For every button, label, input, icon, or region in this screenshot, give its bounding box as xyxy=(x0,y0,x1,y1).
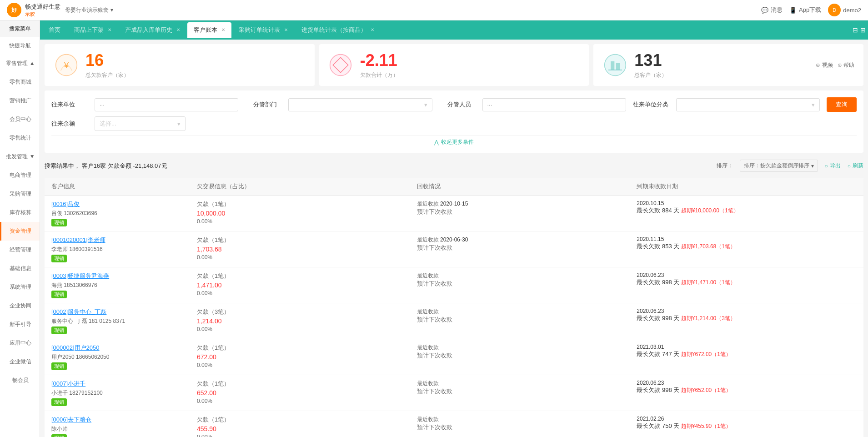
from-balance-select[interactable]: 选择... ▾ xyxy=(95,116,186,131)
from-unit-label: 往来单位 xyxy=(51,100,88,109)
customer-name-6[interactable]: [0006]去下粮仓 xyxy=(51,416,91,423)
page-content: ¥ 16 总欠款客户（家） xyxy=(40,40,868,437)
stat-card-actions: ⊙ 视频 ⊙ 帮助 xyxy=(816,61,854,69)
overdue-link-4[interactable]: 超期¥672.00（1笔） xyxy=(681,351,731,357)
collect-cell-3: 最近收款 预计下次收款 xyxy=(417,308,637,324)
message-icon: 💬 xyxy=(761,7,768,14)
branch-dept-select[interactable]: ▾ xyxy=(288,98,432,111)
debt-cell-5: 欠款（1笔） 652.00 0.00% xyxy=(197,380,417,404)
table-row: [000002]用户2050 用户2050 18665062050 现销 欠款（… xyxy=(45,339,863,375)
customer-name-3[interactable]: [0002]服务中心_丁磊 xyxy=(51,308,106,315)
customer-cell-2: [0003]畅捷服务尹海燕 海燕 18513066976 现销 xyxy=(51,272,197,298)
customer-name-5[interactable]: [0007]小进千 xyxy=(51,380,85,387)
overdue-customers-number: 16 xyxy=(85,51,306,70)
tab-production-history[interactable]: 产成品入库单历史 ✕ xyxy=(119,22,186,38)
stat-info-total-customers: 131 总客户（家） xyxy=(634,51,809,79)
sidebar-item-system[interactable]: 系统管理 xyxy=(0,278,40,296)
tab-purchase-stats[interactable]: 采购订单统计表 ✕ xyxy=(232,22,294,38)
customer-name-2[interactable]: [0003]畅捷服务尹海燕 xyxy=(51,272,109,279)
table-row: [0006]去下粮仓 陈小帅 现销 欠款（1笔） 455.90 0.00% 最近… xyxy=(45,411,863,437)
customer-phone-3: 服务中心_丁磊 181 0125 8371 xyxy=(51,317,197,325)
customer-tag-1: 现销 xyxy=(51,255,67,262)
user-menu[interactable]: D demo2 xyxy=(828,4,861,16)
customer-cell-0: [0016]吕俊 吕俊 13026203696 现销 xyxy=(51,200,197,226)
customer-tag-6: 现销 xyxy=(51,434,67,437)
from-balance-label: 往来余额 xyxy=(51,120,88,128)
tab-home[interactable]: 首页 xyxy=(42,22,67,38)
customer-phone-1: 李老师 18600391516 xyxy=(51,246,197,253)
sidebar-item-member[interactable]: 会员中心 xyxy=(0,110,40,129)
customer-phone-2: 海燕 18513066976 xyxy=(51,281,197,289)
tab-purchase-product-stats[interactable]: 进货单统计表（按商品） ✕ xyxy=(295,22,381,38)
customer-phone-4: 用户2050 18665062050 xyxy=(51,353,197,361)
app-download-button[interactable]: 📱 App下载 xyxy=(789,6,821,14)
sidebar-item-member2[interactable]: 畅会员 xyxy=(0,371,40,390)
stat-info-total-debt: -2.11 欠款合计（万） xyxy=(360,51,580,79)
sidebar-item-wholesale[interactable]: 批发管理 ▼ xyxy=(0,147,40,166)
overdue-link-2[interactable]: 超期¥1,471.00（1笔） xyxy=(681,279,736,286)
customer-cell-6: [0006]去下粮仓 陈小帅 现销 xyxy=(51,416,197,437)
filter-row-2: 往来余额 选择... ▾ xyxy=(51,116,857,131)
sidebar-item-finance[interactable]: 资金管理 xyxy=(0,222,40,241)
tab-close-production-history[interactable]: ✕ xyxy=(176,28,180,32)
sidebar-item-wechat[interactable]: 企业微信 xyxy=(0,352,40,371)
top-bar-left: 好 畅捷通好生意 示胶 母婴行业演示账套 ▾ xyxy=(7,3,113,18)
sidebar-item-purchase[interactable]: 采购管理 xyxy=(0,185,40,203)
customer-name-1[interactable]: [0001020001]李老师 xyxy=(51,236,105,243)
sidebar-item-basic[interactable]: 基础信息 xyxy=(0,259,40,278)
tab-customer-account[interactable]: 客户账本 ✕ xyxy=(187,22,231,38)
customer-phone-5: 小进千 18279152100 xyxy=(51,389,197,397)
sidebar-item-retail-mall[interactable]: 零售商城 xyxy=(0,73,40,91)
sidebar-search[interactable]: 搜索菜单 xyxy=(0,20,40,37)
industry-select[interactable]: 母婴行业演示账套 ▾ xyxy=(65,6,113,14)
overdue-link-3[interactable]: 超期¥1,214.00（3笔） xyxy=(681,315,736,321)
sidebar-item-newbie[interactable]: 新手引导 xyxy=(0,315,40,334)
due-cell-4: 2021.03.01 最长欠款 747 天 超期¥672.00（1笔） xyxy=(637,344,857,358)
sidebar-item-retail-stats[interactable]: 零售统计 xyxy=(0,129,40,147)
tab-close-purchase-stats[interactable]: ✕ xyxy=(284,28,288,32)
refresh-button[interactable]: ○ 刷新 xyxy=(848,162,863,170)
video-button[interactable]: ⊙ 视频 xyxy=(816,61,833,69)
sidebar-item-enterprise[interactable]: 企业协同 xyxy=(0,296,40,315)
debt-cell-2: 欠款（1笔） 1,471.00 0.00% xyxy=(197,272,417,296)
header-collect-status: 回收情况 xyxy=(417,182,637,191)
customer-name-0[interactable]: [0016]吕俊 xyxy=(51,201,80,207)
sidebar-item-apps[interactable]: 应用中心 xyxy=(0,334,40,352)
collapse-icon: ⋀ xyxy=(434,139,439,146)
results-text: 搜索结果中， 客户16家 欠款金额 -21,148.07元 xyxy=(45,162,167,170)
search-button[interactable]: 查询 xyxy=(827,97,857,112)
sidebar-item-marketing[interactable]: 营销推广 xyxy=(0,91,40,110)
from-balance-arrow: ▾ xyxy=(177,121,181,127)
collapse-button[interactable]: ⋀ 收起更多条件 xyxy=(51,136,857,146)
tab-close-product-listing[interactable]: ✕ xyxy=(108,28,111,32)
sidebar-item-retail-management[interactable]: 零售管理 ▲ xyxy=(0,54,40,73)
message-button[interactable]: 💬 消息 xyxy=(761,6,783,14)
from-unit-class-select[interactable]: ▾ xyxy=(676,98,820,111)
sort-select[interactable]: 排序：按欠款金额倒序排序 ▾ xyxy=(740,160,818,172)
branch-person-input[interactable]: ··· xyxy=(482,98,626,111)
tab-close-purchase-product-stats[interactable]: ✕ xyxy=(371,28,374,32)
customer-name-4[interactable]: [000002]用户2050 xyxy=(51,344,100,351)
tab-close-customer-account[interactable]: ✕ xyxy=(221,28,225,32)
sidebar-item-ecommerce[interactable]: 电商管理 xyxy=(0,166,40,185)
main-layout: 搜索菜单 快捷导航 零售管理 ▲ 零售商城 营销推广 会员中心 零售统计 批发管… xyxy=(0,20,868,437)
stat-icon-money: ¥ xyxy=(54,53,79,78)
from-unit-input[interactable]: ··· xyxy=(95,98,238,111)
tab-product-listing[interactable]: 商品上下架 ✕ xyxy=(68,22,118,38)
overdue-link-1[interactable]: 超期¥1,703.68（1笔） xyxy=(681,243,736,250)
tab-expand-icon[interactable]: ⊞ xyxy=(860,26,866,34)
help-button[interactable]: ⊙ 帮助 xyxy=(838,61,854,69)
export-button[interactable]: ○ 导出 xyxy=(825,162,841,170)
tab-minimize-icon[interactable]: ⊟ xyxy=(853,26,858,34)
overdue-link-5[interactable]: 超期¥652.00（1笔） xyxy=(681,387,731,393)
from-unit-class-label: 往来单位分类 xyxy=(633,100,669,109)
svg-point-4 xyxy=(605,55,626,76)
quick-nav[interactable]: 快捷导航 xyxy=(0,37,40,54)
sidebar-item-inventory[interactable]: 库存核算 xyxy=(0,203,40,222)
sidebar-item-operation[interactable]: 经营管理 xyxy=(0,241,40,259)
top-bar: 好 畅捷通好生意 示胶 母婴行业演示账套 ▾ 💬 消息 📱 App下载 D de… xyxy=(0,0,868,20)
results-bar: 搜索结果中， 客户16家 欠款金额 -21,148.07元 排序： 排序：按欠款… xyxy=(45,157,863,174)
overdue-link-0[interactable]: 超期¥10,000.00（1笔） xyxy=(681,207,739,214)
overdue-link-6[interactable]: 超期¥455.90（1笔） xyxy=(681,423,731,429)
customer-cell-5: [0007]小进千 小进千 18279152100 现销 xyxy=(51,380,197,406)
